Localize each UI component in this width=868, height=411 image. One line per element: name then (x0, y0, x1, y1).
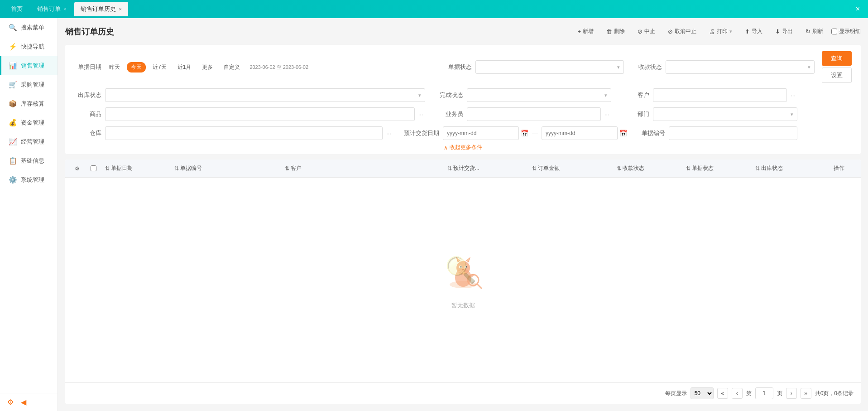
th-customer[interactable]: ⇅ 客户 (281, 164, 443, 172)
search-menu-icon: 🔍 (9, 24, 17, 32)
delivery-date-start[interactable] (443, 126, 519, 140)
th-checkbox[interactable] (85, 165, 101, 171)
order-no-input[interactable] (669, 126, 797, 140)
global-close-button[interactable]: × (852, 3, 863, 15)
sidebar-item-capital-mgmt[interactable]: 💰 资金管理 (0, 113, 58, 132)
warehouse-label: 仓库 (74, 129, 101, 137)
cancel-stop-button[interactable]: ⊘ 取消中止 (663, 25, 701, 38)
goods-dots[interactable]: ··· (417, 111, 425, 118)
date-tag-today[interactable]: 今天 (127, 62, 146, 73)
date-tag-yesterday[interactable]: 昨天 (105, 62, 124, 73)
query-button[interactable]: 查询 (822, 51, 852, 66)
date-tags: 昨天 今天 近7天 近1月 更多 自定义 (105, 62, 244, 73)
svg-point-0 (450, 281, 477, 288)
delivery-status-select[interactable]: ▾ (105, 88, 425, 102)
new-button[interactable]: + 新增 (573, 25, 598, 38)
first-page-button[interactable]: « (717, 388, 728, 399)
display-toggle[interactable]: 显示明细 (831, 28, 861, 35)
date-tag-more[interactable]: 更多 (198, 62, 217, 73)
purchase-mgmt-icon: 🛒 (9, 81, 17, 89)
customer-dots[interactable]: ··· (789, 92, 797, 99)
sidebar-item-search-menu[interactable]: 🔍 搜索菜单 (0, 18, 58, 37)
th-delivery[interactable]: ⇅ 预计交货... (444, 164, 528, 172)
svg-point-8 (465, 266, 467, 268)
filter-action-btns: 查询 设置 (822, 51, 852, 83)
sidebar-settings-icon[interactable]: ⚙ (7, 398, 14, 406)
calendar-start-icon[interactable]: 📅 (521, 130, 528, 137)
complete-status-chevron: ▾ (604, 92, 607, 98)
calendar-end-icon[interactable]: 📅 (619, 130, 627, 137)
print-button[interactable]: 🖨 打印 ▾ (705, 25, 737, 38)
date-tag-last1m[interactable]: 近1月 (173, 62, 196, 73)
import-icon: ⬆ (745, 28, 750, 35)
empty-text: 暂无数据 (451, 301, 475, 309)
th-date[interactable]: ⇅ 单据日期 (101, 164, 171, 172)
select-all-checkbox[interactable] (91, 165, 96, 171)
operation-mgmt-icon: 📈 (9, 138, 17, 146)
filter-delivery-date: 预计交货日期 📅 — 📅 (404, 126, 627, 140)
salesman-dots[interactable]: ··· (603, 111, 611, 118)
cancel-stop-icon: ⊘ (668, 28, 673, 35)
sidebar-item-basic-info[interactable]: 📋 基础信息 (0, 151, 58, 170)
th-no[interactable]: ⇅ 单据编号 (171, 164, 281, 172)
receipt-status-label: 收款状态 (635, 63, 662, 71)
delivery-date-end[interactable] (542, 126, 618, 140)
warehouse-control: ··· (105, 126, 393, 140)
date-tag-last7[interactable]: 近7天 (149, 62, 171, 73)
top-bar: 首页 销售订单 × 销售订单历史 × × (0, 0, 868, 18)
settings-button[interactable]: 设置 (822, 68, 852, 83)
salesman-label: 业务员 (436, 110, 463, 118)
goods-input[interactable] (105, 107, 415, 121)
sidebar-item-purchase-mgmt[interactable]: 🛒 采购管理 (0, 75, 58, 94)
date-tag-custom[interactable]: 自定义 (220, 62, 244, 73)
receipt-status-select[interactable]: ▾ (666, 60, 815, 74)
th-out-status[interactable]: ⇅ 出库状态 (752, 164, 821, 172)
export-button[interactable]: ⬇ 导出 (771, 25, 797, 38)
th-settings[interactable]: ⚙ (69, 165, 85, 172)
stop-button[interactable]: ⊘ 中止 (633, 25, 660, 38)
per-page-select[interactable]: 50 10 20 100 (691, 387, 714, 399)
tab-home[interactable]: 首页 (5, 2, 29, 16)
import-button[interactable]: ⬆ 导入 (740, 25, 767, 38)
tab-sales-order-history[interactable]: 销售订单历史 × (74, 2, 128, 16)
tab-sales-order[interactable]: 销售订单 × (31, 2, 72, 16)
dept-select[interactable]: ▾ (653, 107, 797, 121)
customer-input[interactable] (653, 88, 787, 102)
delete-button[interactable]: 🗑 删除 (602, 25, 629, 38)
warehouse-dots[interactable]: ··· (384, 130, 393, 137)
display-toggle-checkbox[interactable] (831, 29, 837, 34)
th-amount[interactable]: ⇅ 订单金额 (528, 164, 613, 172)
print-icon: 🖨 (709, 28, 715, 35)
dept-chevron: ▾ (791, 111, 793, 117)
filter-panel: 单据日期 昨天 今天 近7天 近1月 更多 自定义 2023-06-02 至 2… (65, 45, 861, 154)
collapse-row[interactable]: ∧ 收起更多条件 (74, 144, 852, 151)
th-receipt-status[interactable]: ⇅ 收款状态 (613, 164, 682, 172)
sort-receipt-icon: ⇅ (617, 165, 621, 172)
complete-status-select[interactable]: ▾ (467, 88, 611, 102)
svg-point-10 (465, 266, 467, 268)
system-mgmt-icon: ⚙️ (9, 176, 17, 184)
page-label: 第 (746, 390, 752, 397)
next-page-button[interactable]: › (786, 388, 797, 399)
close-sales-order-tab[interactable]: × (63, 6, 66, 12)
prev-page-button[interactable]: ‹ (732, 388, 743, 399)
salesman-input[interactable] (467, 107, 601, 121)
sidebar-item-system-mgmt[interactable]: ⚙️ 系统管理 (0, 170, 58, 189)
th-order-status[interactable]: ⇅ 单据状态 (682, 164, 752, 172)
page-input[interactable]: 1 (755, 387, 773, 399)
refresh-button[interactable]: ↻ 刷新 (801, 25, 828, 38)
sort-date-icon: ⇅ (105, 165, 110, 172)
filter-dept: 部门 ▾ (622, 107, 797, 121)
sidebar-item-operation-mgmt[interactable]: 📈 经营管理 (0, 132, 58, 151)
warehouse-input[interactable] (105, 126, 383, 140)
sidebar-item-inventory[interactable]: 📦 库存核算 (0, 94, 58, 113)
filter-delivery-status: 出库状态 ▾ (74, 88, 425, 102)
sidebar-collapse-icon[interactable]: ◀ (21, 398, 26, 406)
sidebar-item-sales-mgmt[interactable]: 📊 销售管理 (0, 56, 58, 75)
sidebar-item-quick-nav[interactable]: ⚡ 快捷导航 (0, 37, 58, 56)
receipt-status-chevron: ▾ (808, 64, 810, 70)
delete-icon: 🗑 (606, 28, 612, 35)
close-history-tab[interactable]: × (119, 6, 121, 12)
order-status-select[interactable]: ▾ (475, 60, 624, 74)
last-page-button[interactable]: » (801, 388, 811, 399)
